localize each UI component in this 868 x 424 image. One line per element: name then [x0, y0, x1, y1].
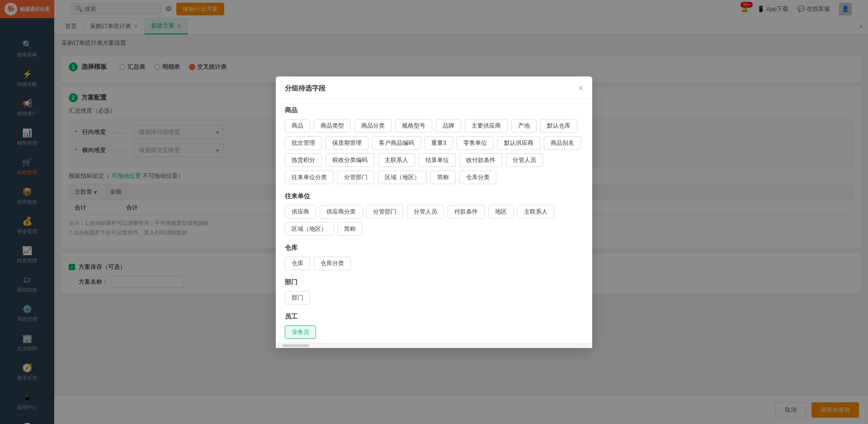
- field-tag-商品[interactable]: 商品: [285, 119, 310, 133]
- field-tag-产地[interactable]: 产地: [511, 119, 537, 133]
- field-group-warehouse: 仓库仓库仓库分类: [285, 244, 583, 270]
- field-tag-分管人员[interactable]: 分管人员: [407, 205, 444, 219]
- modal-overlay: 分组待选字段 × 商品商品商品类型商品分类规格型号品牌主要供应商产地默认仓库批次…: [0, 0, 868, 424]
- field-group-title-partner: 往来单位: [285, 192, 583, 200]
- field-tag-品牌[interactable]: 品牌: [436, 119, 461, 133]
- field-tag-仓库分类[interactable]: 仓库分类: [314, 257, 351, 270]
- field-tag-简称[interactable]: 简称: [430, 171, 456, 184]
- field-tag-商品分类[interactable]: 商品分类: [354, 119, 392, 133]
- field-tag-商品类型[interactable]: 商品类型: [314, 119, 351, 133]
- field-tag-收付款条件[interactable]: 收付款条件: [459, 153, 502, 167]
- field-tag-默认供应商[interactable]: 默认供应商: [497, 136, 540, 150]
- field-tag-部门[interactable]: 部门: [285, 291, 310, 305]
- field-tags-partner: 供应商供应商分类分管部门分管人员付款条件地区主联系人区域（地区）简称: [285, 205, 583, 236]
- field-tag-分管部门[interactable]: 分管部门: [366, 205, 403, 219]
- field-tag-区域（地区）[interactable]: 区域（地区）: [378, 171, 427, 184]
- field-tag-仓库[interactable]: 仓库: [285, 257, 310, 270]
- field-tag-分管人员[interactable]: 分管人员: [506, 153, 543, 167]
- field-tags-goods: 商品商品类型商品分类规格型号品牌主要供应商产地默认仓库批次管理保质期管理客户商品…: [285, 119, 583, 184]
- field-tag-主联系人[interactable]: 主联系人: [517, 205, 554, 219]
- field-tag-业务员[interactable]: 业务员: [285, 325, 316, 339]
- field-tag-分管部门[interactable]: 分管部门: [337, 171, 374, 184]
- field-group-partner: 往来单位供应商供应商分类分管部门分管人员付款条件地区主联系人区域（地区）简称: [285, 192, 583, 236]
- field-group-title-goods: 商品: [285, 106, 583, 114]
- field-tags-employee: 业务员: [285, 325, 583, 339]
- field-group-goods: 商品商品商品类型商品分类规格型号品牌主要供应商产地默认仓库批次管理保质期管理客户…: [285, 106, 583, 184]
- field-tag-批次管理[interactable]: 批次管理: [285, 136, 322, 150]
- modal-title: 分组待选字段: [285, 84, 326, 93]
- field-tag-供应商分类[interactable]: 供应商分类: [320, 205, 363, 219]
- field-tag-付款条件[interactable]: 付款条件: [448, 205, 485, 219]
- field-tag-结算单位[interactable]: 结算单位: [419, 153, 456, 167]
- field-tag-简称[interactable]: 简称: [337, 222, 363, 236]
- field-tag-税收分类编码[interactable]: 税收分类编码: [326, 153, 374, 167]
- field-group-title-department: 部门: [285, 278, 583, 286]
- field-group-title-warehouse: 仓库: [285, 244, 583, 252]
- field-tag-往来单位分类[interactable]: 往来单位分类: [285, 171, 334, 184]
- field-tags-department: 部门: [285, 291, 583, 305]
- field-tag-主要供应商[interactable]: 主要供应商: [465, 119, 508, 133]
- field-tag-区域（地区）[interactable]: 区域（地区）: [285, 222, 334, 236]
- field-tag-仓库分类[interactable]: 仓库分类: [459, 171, 496, 184]
- modal-body[interactable]: 商品商品商品类型商品分类规格型号品牌主要供应商产地默认仓库批次管理保质期管理客户…: [276, 99, 592, 343]
- field-tag-保质期管理[interactable]: 保质期管理: [326, 136, 368, 150]
- field-group-employee: 员工业务员: [285, 313, 583, 339]
- modal-dialog: 分组待选字段 × 商品商品商品类型商品分类规格型号品牌主要供应商产地默认仓库批次…: [276, 76, 592, 348]
- modal-header: 分组待选字段 ×: [276, 76, 592, 99]
- field-tag-客户商品编码[interactable]: 客户商品编码: [372, 136, 421, 150]
- field-tag-商品别名[interactable]: 商品别名: [544, 136, 581, 150]
- field-tag-主联系人[interactable]: 主联系人: [378, 153, 415, 167]
- field-tags-warehouse: 仓库仓库分类: [285, 257, 583, 270]
- modal-close-button[interactable]: ×: [578, 84, 583, 93]
- field-tag-地区[interactable]: 地区: [488, 205, 514, 219]
- field-tag-拣货积分[interactable]: 拣货积分: [285, 153, 322, 167]
- field-tag-规格型号[interactable]: 规格型号: [395, 119, 432, 133]
- field-group-department: 部门部门: [285, 278, 583, 305]
- field-tag-零售单位[interactable]: 零售单位: [457, 136, 494, 150]
- field-tag-重量3[interactable]: 重量3: [425, 136, 453, 150]
- field-tag-供应商[interactable]: 供应商: [285, 205, 316, 219]
- modal-scrollbar[interactable]: [276, 343, 592, 348]
- field-tag-默认仓库[interactable]: 默认仓库: [540, 119, 577, 133]
- field-group-title-employee: 员工: [285, 313, 583, 321]
